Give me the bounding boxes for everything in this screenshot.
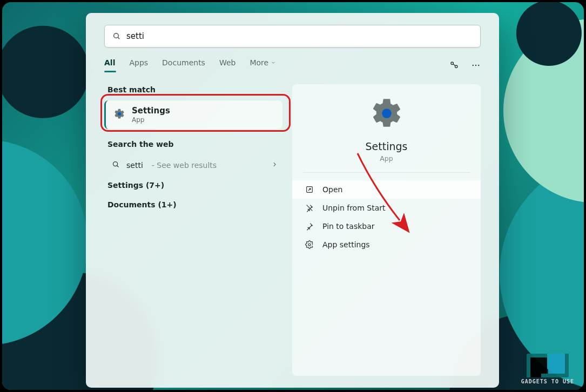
svg-line-1 xyxy=(118,37,119,39)
best-match-heading: Best match xyxy=(107,85,282,94)
svg-point-7 xyxy=(118,112,121,115)
search-input[interactable] xyxy=(126,31,473,41)
tab-more-label: More xyxy=(250,58,268,67)
tab-more[interactable]: More xyxy=(250,58,276,72)
tab-documents[interactable]: Documents xyxy=(162,58,205,72)
action-unpin-start[interactable]: Unpin from Start xyxy=(292,199,481,217)
action-open[interactable]: Open xyxy=(292,180,481,199)
web-result-hint: - See web results xyxy=(152,161,217,170)
svg-point-13 xyxy=(308,244,311,246)
watermark-logo xyxy=(527,354,569,377)
svg-point-5 xyxy=(475,65,476,66)
best-match-subtitle: App xyxy=(132,116,170,124)
chevron-down-icon xyxy=(271,60,276,65)
action-app-settings[interactable]: App settings xyxy=(292,235,481,254)
chevron-right-icon xyxy=(271,161,278,170)
svg-point-0 xyxy=(114,33,119,38)
action-unpin-label: Unpin from Start xyxy=(322,204,385,212)
action-open-label: Open xyxy=(322,185,342,194)
search-icon xyxy=(112,32,121,40)
preview-pane: Settings App Open xyxy=(292,84,481,376)
search-web-heading: Search the web xyxy=(107,140,282,148)
action-pin-taskbar[interactable]: Pin to taskbar xyxy=(292,217,481,235)
action-pin-label: Pin to taskbar xyxy=(322,222,375,231)
action-app-settings-label: App settings xyxy=(322,240,370,249)
search-bar[interactable] xyxy=(104,25,481,48)
preview-title: Settings xyxy=(366,140,408,152)
web-result-setti[interactable]: setti - See web results xyxy=(104,155,282,175)
result-settings-more[interactable]: Settings (7+) xyxy=(104,175,282,195)
open-icon xyxy=(305,185,315,194)
result-documents-more[interactable]: Documents (1+) xyxy=(104,195,282,214)
annotation-highlight xyxy=(100,94,291,132)
share-icon[interactable] xyxy=(449,60,459,70)
watermark: GADGETS TO USE xyxy=(521,354,574,384)
web-result-query: setti xyxy=(126,161,143,170)
preview-subtitle: App xyxy=(380,154,393,163)
svg-point-10 xyxy=(382,109,392,118)
svg-point-8 xyxy=(113,162,118,166)
tab-all[interactable]: All xyxy=(104,58,115,72)
results-column: Best match Settings App xyxy=(104,84,282,376)
watermark-text: GADGETS TO USE xyxy=(521,379,574,384)
more-options-icon[interactable] xyxy=(471,60,481,70)
tab-apps[interactable]: Apps xyxy=(129,58,148,72)
filter-tabs: All Apps Documents Web More xyxy=(104,58,481,72)
gear-icon xyxy=(369,96,404,133)
gear-icon xyxy=(305,240,315,249)
svg-point-4 xyxy=(473,65,474,66)
unpin-icon xyxy=(305,204,315,212)
preview-actions: Open Unpin from Start Pin xyxy=(292,180,481,254)
svg-line-9 xyxy=(117,166,119,167)
pin-icon xyxy=(305,222,315,231)
svg-point-6 xyxy=(478,65,479,66)
tab-web[interactable]: Web xyxy=(219,58,236,72)
gear-icon xyxy=(113,108,125,122)
best-match-title: Settings xyxy=(132,106,170,116)
search-icon xyxy=(112,160,120,170)
best-match-settings[interactable]: Settings App xyxy=(104,100,282,129)
start-search-panel: All Apps Documents Web More xyxy=(86,13,499,388)
